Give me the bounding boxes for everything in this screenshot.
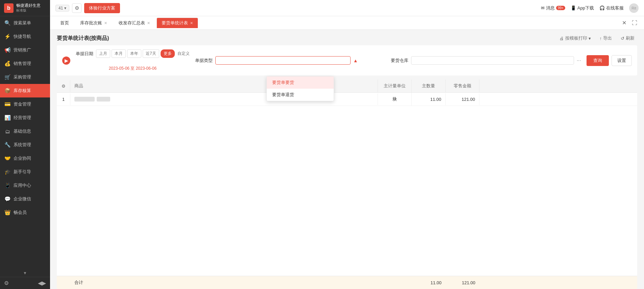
sidebar-label-guide: 新手引导 [14, 169, 31, 175]
user-avatar[interactable]: Rit [629, 3, 639, 13]
sidebar-item-system[interactable]: 🔧 系统管理 [0, 138, 50, 152]
sidebar-item-sales[interactable]: 💰 销售管理 [0, 57, 50, 70]
settings-button[interactable]: 设置 [612, 55, 632, 66]
online-service-button[interactable]: 🎧 在线客服 [599, 5, 624, 11]
dropdown-item-order[interactable]: 要货单要货 [267, 76, 334, 89]
appstore-icon: 📱 [4, 182, 11, 189]
sidebar-item-appstore[interactable]: 📱 应用中心 [0, 179, 50, 192]
tfoot-amount: 121.00 [446, 277, 479, 289]
td-rest-1 [479, 96, 637, 103]
page-actions: 🖨 按模板打印 ▾ ↑ 导出 ↺ 刷新 [557, 34, 638, 43]
print-button[interactable]: 🖨 按模板打印 ▾ [557, 34, 594, 43]
filter-expand-button[interactable]: ▶ [62, 57, 70, 65]
date-btn-this-month[interactable]: 本月 [112, 49, 126, 58]
tab-minimize-button[interactable]: ✕ [621, 18, 628, 27]
tab-close-batch[interactable]: ✕ [104, 21, 107, 25]
th-rest [479, 83, 637, 89]
refresh-button[interactable]: ↺ 刷新 [618, 34, 637, 43]
date-btn-last-month[interactable]: 上月 [96, 49, 110, 58]
system-icon: 🔧 [4, 141, 11, 148]
message-icon: ✉ [541, 5, 545, 10]
date-filter-label: 单据日期 [76, 51, 93, 57]
sidebar-item-operation[interactable]: 📊 经营管理 [0, 111, 50, 125]
settings-icon[interactable]: ⚙ [4, 280, 9, 286]
export-icon: ↑ [600, 36, 602, 41]
message-badge: 99+ [556, 6, 565, 10]
tab-bar: 首页 库存批次账 ✕ 收发存汇总表 ✕ 要货单统计表 ✕ ✕ ⛶ [50, 16, 644, 30]
sidebar-nav: 🔍 搜索菜单 ⚡ 快捷导航 📢 营销推广 💰 销售管理 🛒 采购管理 📦 库存核… [0, 16, 50, 269]
tab-batch-label: 库存批次账 [80, 20, 102, 26]
th-gear[interactable]: ⚙ [57, 80, 70, 92]
sidebar-item-finance[interactable]: 💳 资金管理 [0, 97, 50, 111]
warehouse-filter-group: 要货仓库 ··· [391, 56, 581, 65]
warehouse-filter-input[interactable] [411, 56, 574, 65]
page-header: 要货单统计表(按商品) 🖨 按模板打印 ▾ ↑ 导出 ↺ 刷新 [50, 30, 644, 45]
header-gear-button[interactable]: ⚙ [72, 3, 81, 13]
sidebar-item-wechat[interactable]: 💬 企业微信 [0, 192, 50, 206]
message-button[interactable]: ✉ 消息 99+ [541, 5, 565, 11]
warehouse-more-icon[interactable]: ··· [577, 58, 581, 64]
purchase-icon: 🛒 [4, 74, 11, 81]
tab-expand-button[interactable]: ⛶ [630, 19, 639, 27]
header-left: 41 ▾ ⚙ 体验行业方案 [55, 3, 120, 13]
user-id-badge: 41 ▾ [55, 5, 69, 12]
logo-sub: 标准版 [16, 8, 41, 13]
type-filter-input[interactable] [215, 56, 351, 65]
type-filter-group: 单据类型 ▲ [195, 56, 385, 65]
finance-icon: 💳 [4, 101, 11, 108]
sidebar-label-basic: 基础信息 [14, 128, 31, 134]
td-amount-1: 121.00 [446, 93, 479, 105]
tab-bar-right: ✕ ⛶ [621, 18, 639, 27]
tab-home[interactable]: 首页 [55, 18, 74, 28]
dropdown-item-return[interactable]: 要货单退货 [267, 89, 334, 101]
date-btn-last-7days[interactable]: 近7天 [143, 49, 159, 58]
data-table: ⚙ 商品 主计量单位 主数量 零售金额 1 [57, 80, 637, 289]
sidebar-item-search[interactable]: 🔍 搜索菜单 [0, 16, 50, 30]
enterprise-icon: 🤝 [4, 155, 11, 162]
sidebar-item-inventory[interactable]: 📦 库存核算 [0, 84, 50, 97]
date-btn-this-year[interactable]: 本年 [127, 49, 141, 58]
sidebar-item-basic[interactable]: 🗂 基础信息 [0, 125, 50, 138]
th-unit: 主计量单位 [378, 80, 412, 92]
product-code-block [97, 97, 110, 102]
sidebar-label-operation: 经营管理 [14, 115, 31, 121]
page-title: 要货单统计表(按商品) [57, 35, 109, 42]
tfoot-label [57, 279, 70, 286]
sidebar-item-marketing[interactable]: 📢 营销推广 [0, 43, 50, 57]
app-download-button[interactable]: 📱 App下载 [571, 5, 594, 11]
query-button[interactable]: 查询 [587, 55, 609, 66]
tab-close-requisition[interactable]: ✕ [190, 21, 193, 25]
sidebar-item-shortcut[interactable]: ⚡ 快捷导航 [0, 30, 50, 43]
trial-button[interactable]: 体验行业方案 [84, 3, 120, 13]
table-body: 1 块 11.00 121.00 [57, 93, 637, 276]
sidebar-item-purchase[interactable]: 🛒 采购管理 [0, 70, 50, 84]
tfoot-rest [479, 279, 637, 286]
app-download-label: App下载 [577, 5, 594, 11]
sidebar-item-enterprise[interactable]: 🤝 企业协同 [0, 152, 50, 165]
sidebar-label-shortcut: 快捷导航 [14, 34, 31, 40]
sidebar-footer: ⚙ ◀▶ [0, 277, 50, 289]
sidebar-item-member[interactable]: 👑 畅会员 [0, 206, 50, 219]
sidebar-logo: b 畅捷通好生意 标准版 [0, 0, 50, 16]
tab-batch[interactable]: 库存批次账 ✕ [75, 18, 112, 28]
headset-icon: 🎧 [599, 5, 605, 10]
operation-icon: 📊 [4, 114, 11, 121]
refresh-icon: ↺ [621, 36, 624, 41]
tfoot-unit [378, 279, 412, 286]
sidebar-item-guide[interactable]: 🎓 新手引导 [0, 165, 50, 179]
collapse-icon[interactable]: ◀▶ [38, 280, 46, 286]
export-button[interactable]: ↑ 导出 [597, 34, 615, 43]
member-icon: 👑 [4, 209, 11, 216]
sidebar-scroll-down[interactable]: ▼ [0, 269, 50, 277]
tab-close-collection[interactable]: ✕ [147, 21, 150, 25]
tab-requisition[interactable]: 要货单统计表 ✕ [157, 18, 198, 28]
th-qty: 主数量 [412, 80, 446, 92]
print-icon: 🖨 [559, 36, 564, 41]
marketing-icon: 📢 [4, 47, 11, 53]
tab-collection[interactable]: 收发存汇总表 ✕ [114, 18, 155, 28]
date-btn-more[interactable]: 更多 [161, 49, 175, 58]
phone-icon: 📱 [571, 5, 576, 10]
custom-date-label[interactable]: 自定义 [177, 51, 190, 57]
type-dropdown-arrow[interactable]: ▲ [353, 58, 358, 63]
wechat-icon: 💬 [4, 196, 11, 202]
